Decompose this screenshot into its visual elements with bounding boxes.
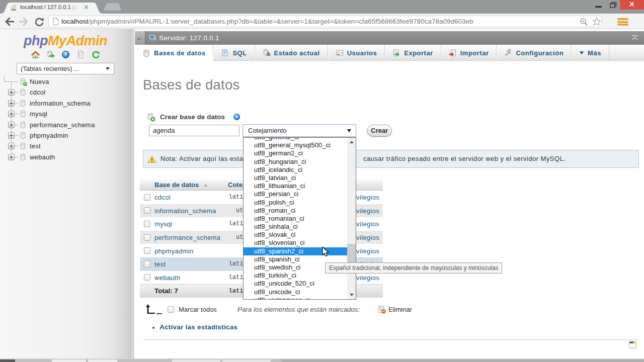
tree-item[interactable]: + performance_schema — [0, 120, 131, 130]
row-checkbox[interactable] — [144, 194, 150, 201]
new-tab-button[interactable] — [104, 3, 121, 11]
help-icon[interactable] — [61, 50, 70, 59]
database-name-input[interactable] — [149, 125, 239, 136]
collation-option[interactable]: utf8_spanish2_ci — [244, 247, 347, 255]
scrollbar-down-button[interactable] — [347, 291, 356, 299]
collation-option[interactable]: utf8_persian_ci — [244, 190, 347, 198]
back-button[interactable] — [4, 17, 15, 27]
menu-tab[interactable]: Exportar — [385, 45, 441, 61]
menu-tab[interactable]: Importar — [441, 45, 497, 61]
collation-option[interactable]: utf8_unicode_ci — [244, 288, 347, 296]
server-label[interactable]: Servidor: 127.0.0.1 — [159, 31, 219, 45]
recent-tables-select[interactable]: (Tablas recientes) ... — [17, 63, 114, 74]
database-link[interactable]: mysql — [154, 220, 172, 228]
row-checkbox[interactable] — [144, 261, 150, 267]
collation-option[interactable]: utf8_icelandic_ci — [244, 166, 347, 174]
database-link[interactable]: webauth — [154, 274, 180, 282]
help-badge-icon[interactable] — [233, 113, 240, 121]
row-checkbox[interactable] — [144, 234, 150, 241]
nav-collapse-button[interactable]: ← — [135, 31, 145, 45]
collation-option[interactable]: utf8_latvian_ci — [244, 174, 347, 182]
logout-icon[interactable] — [46, 50, 55, 59]
tree-expand-icon[interactable] — [8, 132, 15, 139]
collation-option[interactable]: utf8_lithuanian_ci — [244, 182, 347, 190]
window-maximize-button[interactable] — [606, 0, 620, 10]
tree-item[interactable]: + Nueva — [0, 76, 131, 87]
delete-button[interactable]: Eliminar — [388, 303, 412, 316]
check-all-label[interactable]: Marcar todos — [179, 303, 217, 316]
check-all-checkbox[interactable] — [168, 306, 174, 313]
database-link[interactable]: cdcol — [154, 194, 171, 201]
collation-option[interactable]: utf8_unicode_520_ci — [244, 280, 347, 288]
tree-item-label[interactable]: phpmyadmin — [30, 130, 68, 141]
url-text[interactable]: localhost/phpmyadmin/#PMAURL-1:server_da… — [61, 16, 473, 27]
tree-expand-icon[interactable] — [8, 154, 15, 160]
zoom-icon[interactable] — [580, 18, 588, 26]
reload-icon[interactable] — [92, 50, 100, 59]
collation-option[interactable]: utf8_polish_ci — [244, 199, 347, 207]
collation-option[interactable]: utf8_slovak_ci — [244, 231, 347, 239]
menu-tab[interactable]: Estado actual — [255, 45, 328, 61]
home-icon[interactable] — [31, 50, 40, 59]
dropdown-scrollbar[interactable] — [347, 138, 356, 299]
database-link[interactable]: test — [154, 260, 166, 268]
scroll-top-icon[interactable] — [631, 35, 639, 41]
tree-item[interactable]: + test — [0, 141, 131, 151]
row-checkbox[interactable] — [144, 247, 150, 254]
scrollbar-thumb[interactable] — [347, 244, 356, 265]
tree-item[interactable]: + cdcol — [0, 87, 131, 98]
database-link[interactable]: phpmyadmin — [154, 247, 193, 255]
tree-expand-icon[interactable] — [8, 143, 15, 149]
tab-close-icon[interactable]: ✕ — [83, 4, 90, 11]
menu-tab[interactable]: Usuarios — [328, 45, 385, 61]
page-icon[interactable] — [53, 18, 59, 25]
menu-tab[interactable]: SQL — [213, 45, 255, 61]
tree-item-label[interactable]: webauth — [30, 152, 55, 162]
collation-option[interactable]: utf8_german2_ci — [244, 149, 347, 157]
tree-expand-icon[interactable] — [8, 100, 15, 107]
row-checkbox[interactable] — [144, 221, 150, 227]
collation-option[interactable]: utf8_general_ci — [244, 137, 347, 141]
tree-item-label[interactable]: test — [30, 141, 41, 151]
menu-tab[interactable]: Más — [572, 45, 609, 61]
collation-option[interactable]: utf8_romanian_ci — [244, 215, 347, 223]
collation-option[interactable]: utf8_roman_ci — [244, 207, 347, 215]
create-button[interactable]: Crear — [367, 125, 392, 137]
window-minimize-button[interactable] — [592, 0, 606, 10]
menu-tab[interactable]: Configuración — [497, 45, 572, 61]
row-checkbox[interactable] — [144, 274, 150, 281]
chrome-menu-button[interactable] — [617, 18, 628, 26]
tree-item[interactable]: + mysql — [0, 109, 131, 119]
reload-button[interactable] — [34, 17, 45, 27]
popout-window-icon[interactable] — [629, 341, 636, 348]
tree-item-label[interactable]: performance_schema — [30, 120, 95, 130]
database-link[interactable]: performance_schema — [154, 234, 220, 241]
enable-statistics-link[interactable]: Activar las estadísticas — [159, 323, 237, 331]
collation-option[interactable]: utf8_sinhala_ci — [244, 223, 347, 231]
row-checkbox[interactable] — [144, 207, 150, 214]
drop-icon[interactable] — [377, 305, 386, 314]
collation-option[interactable]: utf8_vietnamese_ci — [244, 296, 347, 300]
database-link[interactable]: information_schema — [154, 207, 216, 215]
collation-option[interactable]: utf8_general_mysql500_ci — [244, 141, 347, 149]
tree-item-label[interactable]: information_schema — [30, 98, 91, 109]
tree-expand-icon[interactable] — [8, 122, 15, 128]
collation-option[interactable]: utf8_hungarian_ci — [244, 158, 347, 166]
bookmark-star-icon[interactable] — [592, 17, 601, 26]
tree-item-label[interactable]: mysql — [30, 109, 47, 119]
tree-item[interactable]: + phpmyadmin — [0, 130, 131, 141]
docs-icon[interactable] — [76, 50, 85, 59]
collation-option[interactable]: utf8_slovenian_ci — [244, 239, 347, 247]
tree-item-label[interactable]: Nueva — [30, 76, 49, 87]
tree-expand-icon[interactable] — [8, 111, 15, 117]
column-database[interactable]: Base de datos▲ — [154, 179, 226, 190]
tree-item[interactable]: + webauth — [0, 152, 131, 162]
menu-tab[interactable]: Bases de datos — [135, 45, 213, 61]
window-close-button[interactable]: ✕ — [620, 0, 644, 10]
tree-item[interactable]: + information_schema — [0, 98, 131, 109]
scrollbar-up-button[interactable] — [347, 138, 356, 146]
tree-item-label[interactable]: cdcol — [30, 87, 45, 98]
tree-expand-icon[interactable] — [8, 89, 15, 96]
phpmyadmin-logo[interactable]: phpMyAdmin — [0, 33, 131, 49]
forward-button[interactable] — [18, 17, 29, 27]
